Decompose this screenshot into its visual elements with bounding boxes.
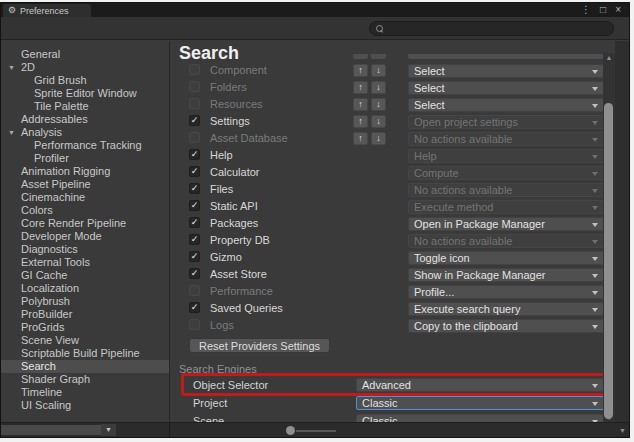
sidebar-item-grid-brush[interactable]: Grid Brush (1, 74, 169, 87)
reset-providers-button[interactable]: Reset Providers Settings (189, 338, 330, 353)
sidebar-item-gi-cache[interactable]: GI Cache (1, 269, 169, 282)
checkbox-property-db[interactable]: ✓ (189, 234, 200, 245)
chevron-down-icon (592, 325, 598, 329)
window-menu-icon[interactable]: ⋮ (581, 5, 591, 15)
search-input[interactable] (388, 23, 607, 34)
checkbox-calculator[interactable]: ✓ (189, 166, 200, 177)
move-down-button[interactable]: ↓ (371, 81, 386, 94)
corner-scroll-arrow-icon[interactable]: ▼ (619, 425, 626, 436)
move-down-button[interactable]: ↓ (371, 132, 386, 145)
chevron-down-icon (592, 384, 598, 388)
move-up-button[interactable]: ↑ (353, 81, 368, 94)
provider-label: Asset Store (210, 268, 267, 281)
checkbox-settings[interactable]: ✓ (189, 115, 200, 126)
checkbox-logs[interactable] (189, 319, 200, 330)
action-dropdown-packages[interactable]: Open in Package Manager (408, 217, 604, 231)
sidebar-item-diagnostics[interactable]: Diagnostics (1, 243, 169, 256)
sidebar-item-label: Addressables (21, 113, 88, 125)
sidebar-item-2d[interactable]: ▼2D (1, 61, 169, 74)
sidebar-item-progrids[interactable]: ProGrids (1, 321, 169, 334)
sidebar-item-scene-view[interactable]: Scene View (1, 334, 169, 347)
sidebar-item-core-render-pipeline[interactable]: Core Render Pipeline (1, 217, 169, 230)
scroll-up-icon[interactable]: ▲ (603, 53, 615, 63)
checkbox-performance[interactable] (189, 285, 200, 296)
checkbox-resources[interactable] (189, 98, 200, 109)
sidebar-item-timeline[interactable]: Timeline (1, 386, 169, 399)
checkbox-help[interactable]: ✓ (189, 149, 200, 160)
sidebar-item-general[interactable]: General (1, 48, 169, 61)
sidebar-item-label: Diagnostics (21, 243, 78, 255)
action-dropdown-gizmo[interactable]: Toggle icon (408, 251, 604, 265)
sidebar-item-search[interactable]: Search (1, 360, 169, 373)
sidebar-scroll-arrow-icon[interactable]: ▼ (101, 424, 116, 436)
slider-thumb[interactable] (286, 426, 295, 435)
sidebar-item-performance-tracking[interactable]: Performance Tracking (1, 139, 169, 152)
sidebar-item-asset-pipeline[interactable]: Asset Pipeline (1, 178, 169, 191)
sidebar-item-probuilder[interactable]: ProBuilder (1, 308, 169, 321)
bottom-bar: ▼ ▼ (1, 422, 629, 437)
sidebar-item-ui-scaling[interactable]: UI Scaling (1, 399, 169, 412)
move-down-button[interactable]: ↓ (371, 64, 386, 77)
sidebar-item-developer-mode[interactable]: Developer Mode (1, 230, 169, 243)
sidebar-item-tile-palette[interactable]: Tile Palette (1, 100, 169, 113)
action-dropdown-component[interactable]: Select (408, 64, 604, 78)
sidebar-item-localization[interactable]: Localization (1, 282, 169, 295)
sidebar-item-label: Profiler (34, 152, 69, 164)
sidebar-item-colors[interactable]: Colors (1, 204, 169, 217)
sidebar-item-cinemachine[interactable]: Cinemachine (1, 191, 169, 204)
scrollbar-thumb[interactable] (604, 103, 613, 419)
provider-row-asset-store: ✓Asset StoreShow in Package Manager (171, 266, 605, 283)
checkbox-gizmo[interactable]: ✓ (189, 251, 200, 262)
action-dropdown-logs[interactable]: Copy to the clipboard (408, 319, 604, 333)
provider-label: Property DB (210, 234, 270, 247)
sidebar-item-sprite-editor-window[interactable]: Sprite Editor Window (1, 87, 169, 100)
expander-icon[interactable]: ▼ (8, 126, 15, 139)
checkbox-component[interactable] (189, 64, 200, 75)
sidebar-item-analysis[interactable]: ▼Analysis (1, 126, 169, 139)
sidebar-item-scriptable-build-pipeline[interactable]: Scriptable Build Pipeline (1, 347, 169, 360)
sidebar-item-label: UI Scaling (21, 399, 71, 411)
window-tab-preferences[interactable]: ⚙ Preferences (3, 4, 91, 17)
checkbox-files[interactable]: ✓ (189, 183, 200, 194)
sidebar-item-shader-graph[interactable]: Shader Graph (1, 373, 169, 386)
action-dropdown-saved-queries[interactable]: Execute search query (408, 302, 604, 316)
action-dropdown-resources[interactable]: Select (408, 98, 604, 112)
checkbox-asset-database[interactable] (189, 132, 200, 143)
action-dropdown-asset-store[interactable]: Show in Package Manager (408, 268, 604, 282)
sidebar-item-label: Core Render Pipeline (21, 217, 126, 229)
sidebar-item-addressables[interactable]: Addressables (1, 113, 169, 126)
h-scrollbar-thumb[interactable] (1, 425, 101, 435)
expander-icon[interactable]: ▼ (8, 61, 15, 74)
checkbox-saved-queries[interactable]: ✓ (189, 302, 200, 313)
provider-label: Performance (210, 285, 273, 298)
chevron-down-icon (592, 240, 598, 244)
sidebar-item-polybrush[interactable]: Polybrush (1, 295, 169, 308)
chevron-down-icon (592, 70, 598, 74)
engine-dropdown-object-selector[interactable]: Advanced (356, 378, 604, 392)
bottom-divider (169, 423, 170, 437)
checkbox-folders[interactable] (189, 81, 200, 92)
search-box[interactable] (369, 21, 614, 36)
sidebar-item-label: Scriptable Build Pipeline (21, 347, 140, 359)
vertical-scrollbar[interactable]: ▲ ▼ (603, 53, 615, 423)
provider-row-asset-database: Asset Database↑↓No actions available (171, 130, 605, 147)
move-up-button[interactable]: ↑ (353, 132, 368, 145)
move-down-button[interactable]: ↓ (371, 98, 386, 111)
move-up-button[interactable]: ↑ (353, 115, 368, 128)
move-down-button[interactable]: ↓ (371, 115, 386, 128)
sidebar-item-profiler[interactable]: Profiler (1, 152, 169, 165)
checkbox-static-api[interactable]: ✓ (189, 200, 200, 211)
engine-dropdown-project[interactable]: Classic (356, 396, 604, 410)
sidebar-item-label: ProGrids (21, 321, 64, 333)
provider-list: Component↑↓SelectFolders↑↓SelectResource… (171, 62, 605, 334)
action-dropdown-folders[interactable]: Select (408, 81, 604, 95)
maximize-button[interactable]: □ (600, 5, 606, 15)
sidebar-item-animation-rigging[interactable]: Animation Rigging (1, 165, 169, 178)
move-up-button[interactable]: ↑ (353, 98, 368, 111)
sidebar-item-external-tools[interactable]: External Tools (1, 256, 169, 269)
action-dropdown-performance[interactable]: Profile... (408, 285, 604, 299)
checkbox-asset-store[interactable]: ✓ (189, 268, 200, 279)
close-button[interactable]: × (615, 5, 621, 15)
move-up-button[interactable]: ↑ (353, 64, 368, 77)
checkbox-packages[interactable]: ✓ (189, 217, 200, 228)
